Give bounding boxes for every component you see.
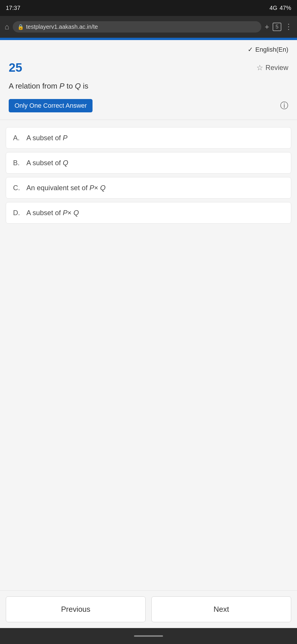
question-text-content: A relation from P to Q is (9, 82, 88, 90)
question-header: 25 ☆ Review (0, 56, 297, 78)
question-text: A relation from P to Q is (0, 78, 297, 98)
main-content: ✓ English(En) 25 ☆ Review A relation fro… (0, 40, 297, 628)
option-a[interactable]: A. A subset of P (6, 127, 291, 149)
option-c[interactable]: C. An equivalent set of P× Q (6, 177, 291, 199)
review-button[interactable]: ☆ Review (256, 63, 288, 72)
option-d[interactable]: D. A subset of P× Q (6, 202, 291, 224)
option-a-text: A subset of P (26, 134, 67, 142)
checkmark-icon: ✓ (248, 46, 253, 53)
option-a-letter: A. (13, 134, 22, 142)
language-bar: ✓ English(En) (0, 40, 297, 56)
option-b[interactable]: B. A subset of Q (6, 152, 291, 174)
url-text: testplayerv1.aakash.ac.in/te (26, 24, 98, 30)
signal-icon: 4G (269, 5, 277, 11)
next-button[interactable]: Next (151, 596, 291, 622)
option-d-letter: D. (13, 209, 22, 217)
info-icon[interactable]: ⓘ (280, 100, 288, 111)
empty-space (0, 228, 297, 590)
option-c-text: An equivalent set of P× Q (26, 184, 106, 192)
question-type-badge[interactable]: Only One Correct Answer (9, 99, 93, 112)
language-selector[interactable]: ✓ English(En) (248, 46, 288, 53)
nav-buttons: Previous Next (0, 590, 297, 628)
question-number: 25 (9, 61, 22, 75)
lock-icon: 🔒 (17, 24, 24, 30)
browser-chrome: ⌂ 🔒 testplayerv1.aakash.ac.in/te + 5 ⋮ (0, 16, 297, 38)
status-bar: 17:37 4G 47% (0, 0, 297, 16)
star-icon: ☆ (256, 63, 263, 72)
bottom-nav-indicator (134, 635, 163, 637)
status-time: 17:37 (6, 5, 267, 11)
option-b-letter: B. (13, 159, 22, 167)
home-icon[interactable]: ⌂ (5, 22, 9, 31)
status-icons: 4G 47% (269, 5, 291, 11)
review-label: Review (265, 64, 288, 72)
question-type-area: Only One Correct Answer ⓘ (0, 98, 297, 117)
add-tab-icon[interactable]: + (265, 22, 269, 31)
battery-icon: 47% (280, 5, 291, 11)
options-container: A. A subset of P B. A subset of Q C. An … (0, 123, 297, 228)
bottom-nav-bar (0, 628, 297, 644)
url-bar[interactable]: 🔒 testplayerv1.aakash.ac.in/te (13, 21, 261, 33)
tab-count[interactable]: 5 (273, 23, 281, 31)
option-c-letter: C. (13, 184, 22, 192)
menu-icon[interactable]: ⋮ (285, 22, 292, 31)
divider (0, 120, 297, 120)
previous-button[interactable]: Previous (6, 596, 146, 622)
app-header-bar (0, 38, 297, 40)
option-b-text: A subset of Q (26, 159, 68, 167)
language-label: English(En) (255, 46, 288, 53)
option-d-text: A subset of P× Q (26, 209, 79, 217)
